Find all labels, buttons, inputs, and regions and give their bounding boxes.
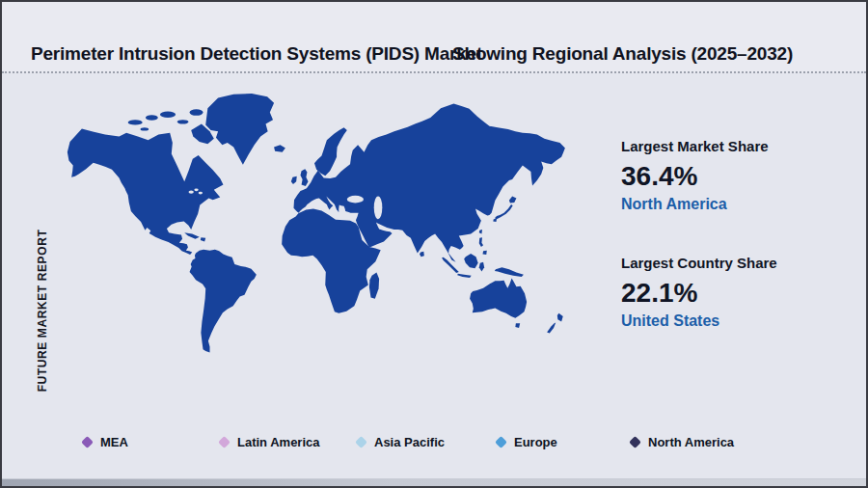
legend-marker-icon [355, 436, 367, 448]
dotted-separator [2, 71, 866, 73]
legend-item-latin-america: Latin America [220, 433, 320, 450]
legend-label: Latin America [237, 435, 320, 449]
legend-item-mea: MEA [83, 433, 128, 450]
page-title-main: Perimeter Intrusion Detection Systems (P… [31, 43, 482, 65]
continents [68, 94, 565, 352]
legend-item-asia-pacific: Asia Pacific [357, 433, 445, 450]
legend-item-europe: Europe [497, 433, 557, 450]
world-map [63, 93, 581, 365]
stat-value: 36.4% [621, 162, 853, 192]
legend-label: MEA [100, 435, 128, 449]
stat-value: 22.1% [621, 279, 853, 309]
legend-marker-icon [218, 436, 231, 448]
stat-label: Largest Country Share [621, 255, 853, 271]
page-title-subtitle: Showing Regional Analysis (2025–2032) [452, 43, 793, 65]
stat-region: United States [621, 312, 853, 330]
infographic-frame: Perimeter Intrusion Detection Systems (P… [0, 0, 868, 488]
bottom-shadow-bar [2, 478, 866, 486]
stat-largest-country-share: Largest Country Share 22.1% United State… [621, 255, 853, 330]
legend-marker-icon [629, 436, 641, 448]
stat-region: North America [621, 196, 853, 213]
legend-label: Asia Pacific [374, 435, 445, 449]
vertical-watermark: FUTURE MARKET REPORT [36, 230, 49, 393]
legend-marker-icon [81, 436, 94, 448]
world-map-svg [63, 93, 581, 365]
stat-largest-market-share: Largest Market Share 36.4% North America [621, 138, 853, 213]
legend-marker-icon [495, 436, 507, 448]
legend-label: North America [648, 435, 734, 449]
legend-item-north-america: North America [631, 433, 734, 450]
stat-label: Largest Market Share [621, 138, 853, 154]
legend-label: Europe [514, 435, 557, 449]
